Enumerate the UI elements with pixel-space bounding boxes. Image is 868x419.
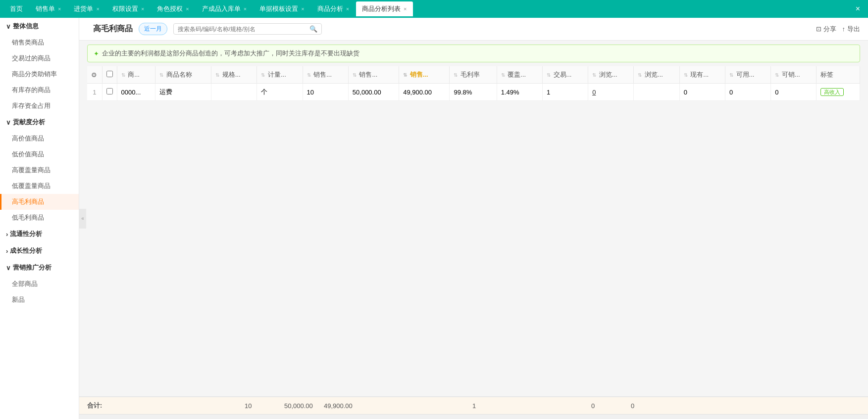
col-sellable[interactable]: ⇅ 可销... <box>771 66 817 84</box>
col-browse2[interactable]: ⇅ 浏览... <box>634 66 679 84</box>
nav-tab-sales[interactable]: 销售单 × <box>30 1 67 16</box>
sidebar-item-high-coverage[interactable]: 高覆盖量商品 <box>0 162 79 178</box>
sidebar-group-growth[interactable]: › 成长性分析 <box>0 242 79 259</box>
footer-values: 10 50,000.00 49,900.00 1 0 0 <box>147 402 666 410</box>
close-tab-analysis[interactable]: × <box>346 6 349 12</box>
sidebar-group-marketing[interactable]: ∨ 营销推广分析 <box>0 259 79 276</box>
row-spec <box>211 84 257 101</box>
col-sales-profit[interactable]: ⇅ 销售... <box>399 66 450 84</box>
sort-icon-code: ⇅ <box>121 72 125 78</box>
sidebar-group-circulation[interactable]: › 流通性分析 <box>0 226 79 242</box>
nav-tab-finished[interactable]: 产成品入库单 × <box>196 1 253 16</box>
sidebar-item-all-goods[interactable]: 全部商品 <box>0 276 79 292</box>
row-sellable: 0 <box>771 84 817 101</box>
sidebar-group-contribution[interactable]: ∨ 贡献度分析 <box>0 114 79 131</box>
sort-icon-spec: ⇅ <box>215 72 219 78</box>
close-tab-sales[interactable]: × <box>58 6 61 12</box>
sort-icon-available: ⇅ <box>729 72 733 78</box>
row-tag: 高收入 <box>817 84 860 101</box>
sidebar-item-high-value[interactable]: 高价值商品 <box>0 131 79 146</box>
sort-icon-sales-profit: ⇅ <box>403 72 407 78</box>
sort-icon-sales-qty: ⇅ <box>307 72 311 78</box>
sidebar-item-stock-goods[interactable]: 有库存的商品 <box>0 82 79 98</box>
footer-spacer3 <box>508 402 587 410</box>
close-tab-analysis-list[interactable]: × <box>404 6 407 12</box>
sidebar-group-overall[interactable]: ∨ 整体信息 <box>0 18 79 35</box>
sidebar-item-high-margin[interactable]: 高毛利商品 <box>0 194 79 210</box>
sort-icon-sales-amount: ⇅ <box>353 72 357 78</box>
row-current-stock: 0 <box>679 84 725 101</box>
col-name[interactable]: ⇅ 商品名称 <box>155 66 211 84</box>
sidebar-item-sales-goods[interactable]: 销售类商品 <box>0 35 79 50</box>
row-sales-qty: 10 <box>303 84 348 101</box>
goods-table: ⚙ ⇅ 商... ⇅ 商品名称 <box>87 66 860 101</box>
row-sales-profit: 49,900.00 <box>399 84 450 101</box>
row-num: 1 <box>87 84 102 101</box>
filter-recent-month-button[interactable]: 近一月 <box>139 23 167 35</box>
col-coverage[interactable]: ⇅ 覆盖... <box>497 66 542 84</box>
footer-spacer2 <box>359 402 468 410</box>
window-close-button[interactable]: × <box>852 4 864 13</box>
browse1-link[interactable]: 0 <box>592 89 596 96</box>
row-checkbox[interactable] <box>102 84 117 101</box>
row-browse1[interactable]: 0 <box>588 84 634 101</box>
col-margin-rate[interactable]: ⇅ 毛利率 <box>450 66 497 84</box>
table-wrapper[interactable]: ⚙ ⇅ 商... ⇅ 商品名称 <box>87 66 860 396</box>
info-icon: ✦ <box>94 50 99 57</box>
select-all-checkbox[interactable] <box>106 71 113 77</box>
col-checkbox[interactable] <box>102 66 117 84</box>
col-transaction[interactable]: ⇅ 交易... <box>542 66 588 84</box>
sidebar-item-category-rate[interactable]: 商品分类助销率 <box>0 66 79 82</box>
col-unit[interactable]: ⇅ 计量... <box>257 66 303 84</box>
row-browse2 <box>634 84 679 101</box>
footer-sales-profit: 49,900.00 <box>320 402 359 410</box>
horizontal-scrollbar[interactable] <box>79 414 868 419</box>
content-header: 高毛利商品 近一月 🔍 ⊡ 分享 ↑ 导出 <box>79 18 868 41</box>
nav-tab-analysis[interactable]: 商品分析 × <box>311 1 355 16</box>
sidebar-item-low-coverage[interactable]: 低覆盖量商品 <box>0 178 79 194</box>
col-spec[interactable]: ⇅ 规格... <box>211 66 257 84</box>
col-browse1[interactable]: ⇅ 浏览... <box>588 66 634 84</box>
gear-icon[interactable]: ⚙ <box>91 71 97 79</box>
share-button[interactable]: ⊡ 分享 <box>816 25 836 34</box>
col-gear[interactable]: ⚙ <box>87 66 102 84</box>
tag-badge: 高收入 <box>820 88 844 96</box>
sidebar-collapse-button[interactable]: « <box>79 209 86 229</box>
nav-tab-home[interactable]: 首页 <box>4 1 29 16</box>
sidebar-item-new-goods[interactable]: 新品 <box>0 292 79 308</box>
sort-icon-current-stock: ⇅ <box>684 72 688 78</box>
sidebar-item-traded-goods[interactable]: 交易过的商品 <box>0 50 79 66</box>
close-tab-finished[interactable]: × <box>244 6 247 12</box>
info-banner: ✦ 企业的主要的利润都是这部分商品创造的，可考虑加大推广，同时关注库存是不要出现… <box>87 45 860 62</box>
col-sales-qty[interactable]: ⇅ 销售... <box>303 66 348 84</box>
close-tab-template[interactable]: × <box>301 6 304 12</box>
col-tag[interactable]: 标签 <box>817 66 860 84</box>
close-tab-purchase[interactable]: × <box>96 6 99 12</box>
footer-label: 合计: <box>87 401 147 410</box>
row-select-checkbox[interactable] <box>106 88 113 94</box>
row-sales-amount: 50,000.00 <box>348 84 399 101</box>
sort-icon-unit: ⇅ <box>261 72 265 78</box>
nav-tab-analysis-list[interactable]: 商品分析列表 × <box>356 1 412 16</box>
footer-available: 0 <box>627 402 666 410</box>
sort-icon-browse2: ⇅ <box>638 72 642 78</box>
col-code[interactable]: ⇅ 商... <box>117 66 155 84</box>
nav-tab-purchase[interactable]: 进货单 × <box>68 1 105 16</box>
close-tab-permission[interactable]: × <box>141 6 144 12</box>
export-button[interactable]: ↑ 导出 <box>842 25 861 34</box>
content-area: « 高毛利商品 近一月 🔍 ⊡ 分享 ↑ 导出 ✦ 企 <box>79 18 868 419</box>
col-current-stock[interactable]: ⇅ 现有... <box>679 66 725 84</box>
row-unit: 个 <box>257 84 303 101</box>
col-available[interactable]: ⇅ 可用... <box>725 66 770 84</box>
search-input[interactable] <box>178 26 309 33</box>
close-tab-role[interactable]: × <box>186 6 189 12</box>
col-sales-amount[interactable]: ⇅ 销售... <box>348 66 399 84</box>
nav-tab-role[interactable]: 角色授权 × <box>151 1 195 16</box>
sidebar-item-low-margin[interactable]: 低毛利商品 <box>0 210 79 226</box>
sidebar-item-stock-fund[interactable]: 库存资金占用 <box>0 98 79 114</box>
search-icon[interactable]: 🔍 <box>309 25 317 33</box>
sidebar-item-low-value[interactable]: 低价值商品 <box>0 146 79 162</box>
nav-tab-template[interactable]: 单据模板设置 × <box>254 1 310 16</box>
nav-tab-permission[interactable]: 权限设置 × <box>106 1 150 16</box>
search-box[interactable]: 🔍 <box>173 23 322 35</box>
